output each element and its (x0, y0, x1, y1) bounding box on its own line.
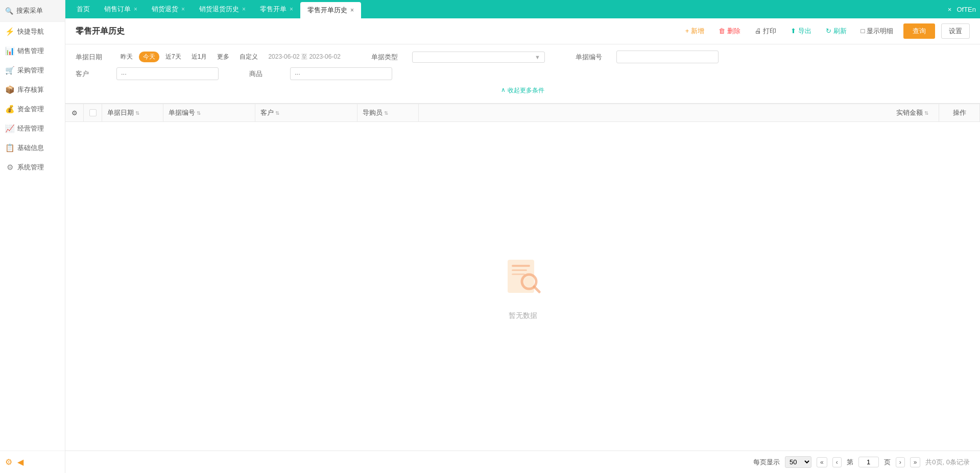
tab-retail-history[interactable]: 零售开单历史 × (300, 2, 361, 18)
filter-area: 单据日期 昨天 今天 近7天 近1月 更多 自定义 2023-06-02 至 2… (65, 44, 980, 104)
inventory-icon: 📦 (5, 85, 14, 94)
th-customer-sort-icon: ⇅ (275, 110, 279, 116)
purchase-icon: 🛒 (5, 66, 14, 75)
print-button[interactable]: 🖨 打印 (751, 24, 781, 38)
tab-retail-history-close[interactable]: × (350, 7, 354, 14)
sidebar-item-sales-mgmt[interactable]: 📊 销售管理 (0, 41, 65, 61)
add-button[interactable]: + 新增 (681, 24, 708, 38)
date-tab-custom[interactable]: 自定义 (235, 52, 262, 62)
per-page-label: 每页显示 (753, 458, 780, 467)
first-page-btn[interactable]: « (817, 457, 827, 467)
sidebar-settings-btn[interactable]: ⚙ (5, 457, 12, 467)
sidebar-collapse-btn[interactable]: ◀ (17, 457, 23, 467)
sidebar-item-label: 快捷导航 (17, 27, 44, 36)
sidebar-item-purchase-mgmt[interactable]: 🛒 采购管理 (0, 61, 65, 80)
page-header: 零售开单历史 + 新增 🗑 删除 🖨 打印 ⬆ 导出 ↻ 刷新 □ 显示明细 查… (65, 18, 980, 44)
th-order-no[interactable]: 单据编号 ⇅ (163, 104, 255, 121)
last-page-btn[interactable]: » (910, 457, 921, 467)
tab-sales-return-close[interactable]: × (181, 6, 185, 13)
sidebar-item-quick-nav[interactable]: ⚡ 快捷导航 (0, 22, 65, 41)
setting-button[interactable]: 设置 (941, 23, 970, 39)
empty-state: 暂无数据 (65, 122, 980, 451)
sidebar-search-btn[interactable]: 🔍 搜索采单 (0, 0, 65, 22)
quick-nav-icon: ⚡ (5, 27, 14, 36)
sidebar-item-basic-info[interactable]: 📋 基础信息 (0, 138, 65, 158)
order-type-label: 单据类型 (371, 53, 402, 62)
date-tab-more[interactable]: 更多 (213, 52, 233, 62)
select-all-checkbox[interactable] (89, 109, 97, 116)
svg-rect-1 (512, 265, 530, 267)
sidebar-item-system[interactable]: ⚙ 系统管理 (0, 158, 65, 177)
export-button[interactable]: ⬆ 导出 (786, 24, 816, 38)
tab-sales-return-history-close[interactable]: × (242, 6, 246, 13)
date-tab-last7[interactable]: 近7天 (161, 52, 185, 62)
customer-label: 客户 (76, 69, 106, 79)
finance-icon: 💰 (5, 105, 14, 114)
tab-sales-return-history-label: 销货退货历史 (199, 5, 239, 14)
sidebar-item-label: 采购管理 (17, 66, 44, 75)
order-no-label: 单据编号 (576, 53, 606, 62)
sidebar-item-inventory[interactable]: 📦 库存核算 (0, 80, 65, 99)
sidebar-item-label: 经营管理 (17, 124, 44, 133)
tab-bar-right: × OfTEn (948, 6, 976, 13)
collapse-more-conditions[interactable]: ∧ 收起更多条件 (76, 84, 970, 97)
filter-row-2: 客户 商品 (76, 67, 970, 80)
next-page-btn[interactable]: › (896, 457, 905, 467)
tab-close-all-btn[interactable]: × (948, 6, 952, 13)
tab-sales-return-history[interactable]: 销货退货历史 × (192, 0, 253, 18)
th-date-sort-icon: ⇅ (135, 110, 139, 116)
date-tabs: 昨天 今天 近7天 近1月 更多 自定义 2023-06-02 至 2023-0… (116, 52, 341, 62)
th-date[interactable]: 单据日期 ⇅ (102, 104, 163, 121)
system-icon: ⚙ (5, 163, 14, 172)
collapse-label: 收起更多条件 (508, 86, 544, 95)
tab-retail-open-close[interactable]: × (290, 6, 293, 13)
empty-illustration (497, 252, 548, 303)
table-area: ⚙ 单据日期 ⇅ 单据编号 ⇅ 客户 ⇅ 导购员 ⇅ 实销金额 (65, 104, 980, 451)
query-button[interactable]: 查询 (903, 23, 935, 39)
pagination: 每页显示 50 10 20 100 « ‹ 第 页 › » 共0页, 0条记录 (65, 451, 980, 473)
collapse-up-icon: ∧ (501, 86, 506, 95)
filter-row-1: 单据日期 昨天 今天 近7天 近1月 更多 自定义 2023-06-02 至 2… (76, 51, 970, 63)
tab-sales-order-close[interactable]: × (134, 6, 137, 13)
th-amount[interactable]: 实销金额 ⇅ (419, 104, 939, 121)
refresh-button[interactable]: ↻ 刷新 (822, 24, 851, 38)
tab-sales-return-label: 销货退货 (152, 5, 178, 14)
date-tab-today[interactable]: 今天 (139, 52, 159, 62)
sidebar-item-label: 销售管理 (17, 46, 44, 56)
page-total-info: 共0页, 0条记录 (925, 458, 970, 467)
prev-page-btn[interactable]: ‹ (832, 457, 842, 467)
column-settings-icon: ⚙ (71, 109, 78, 117)
per-page-select[interactable]: 50 10 20 100 (785, 456, 811, 468)
svg-rect-2 (512, 269, 527, 271)
customer-input[interactable] (116, 67, 219, 80)
page-title: 零售开单历史 (76, 26, 681, 37)
toolbar: + 新增 🗑 删除 🖨 打印 ⬆ 导出 ↻ 刷新 □ 显示明细 查询 设置 (681, 23, 970, 39)
goods-input[interactable] (290, 67, 392, 80)
order-no-input[interactable] (616, 51, 719, 63)
tab-sales-order[interactable]: 销售订单 × (97, 0, 145, 18)
th-customer[interactable]: 客户 ⇅ (255, 104, 357, 121)
tab-retail-open[interactable]: 零售开单 × (253, 0, 300, 18)
th-checkbox[interactable] (84, 104, 102, 121)
empty-svg (497, 252, 548, 303)
tab-home[interactable]: 首页 (69, 0, 97, 18)
date-tab-last1m[interactable]: 近1月 (187, 52, 211, 62)
tab-often-label[interactable]: OfTEn (957, 6, 976, 13)
sidebar-item-operations[interactable]: 📈 经营管理 (0, 119, 65, 138)
tab-sales-order-label: 销售订单 (104, 5, 131, 14)
sidebar-item-finance[interactable]: 💰 资金管理 (0, 99, 65, 119)
tab-sales-return[interactable]: 销货退货 × (145, 0, 192, 18)
th-settings[interactable]: ⚙ (65, 104, 84, 121)
th-guide[interactable]: 导购员 ⇅ (357, 104, 419, 121)
basic-info-icon: 📋 (5, 143, 14, 153)
th-action-label: 操作 (953, 108, 966, 117)
empty-text: 暂无数据 (509, 311, 537, 320)
display-detail-button[interactable]: □ 显示明细 (857, 24, 897, 38)
th-order-no-sort-icon: ⇅ (197, 110, 201, 116)
page-number-input[interactable] (858, 457, 879, 467)
tab-bar: 首页 销售订单 × 销货退货 × 销货退货历史 × 零售开单 × 零售开单历史 … (65, 0, 980, 18)
main-content: 首页 销售订单 × 销货退货 × 销货退货历史 × 零售开单 × 零售开单历史 … (65, 0, 980, 473)
date-tab-yesterday[interactable]: 昨天 (116, 52, 137, 62)
order-type-select[interactable]: ▼ (412, 52, 545, 63)
delete-button[interactable]: 🗑 删除 (714, 24, 745, 38)
